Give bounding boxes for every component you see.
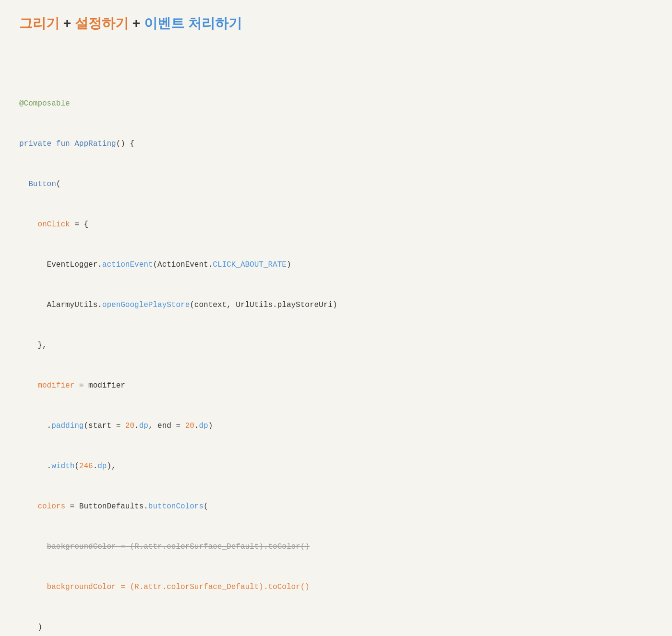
title-plus1: + <box>60 16 75 31</box>
code-line-annotation: @Composable <box>19 97 653 110</box>
code-line-alarmyutils: AlarmyUtils.openGooglePlayStore(context,… <box>19 298 653 312</box>
code-line-button: Button( <box>19 177 653 191</box>
code-line-bg-deleted: backgroundColor = (R.attr.colorSurface_D… <box>19 540 653 554</box>
code-line-onclick-open: onClick = { <box>19 218 653 231</box>
title-draw: 그리기 <box>19 16 60 31</box>
title-set: 설정하기 <box>75 16 129 31</box>
code-line-colors: colors = ButtonDefaults.buttonColors( <box>19 500 653 513</box>
code-line-fun: private fun AppRating() { <box>19 137 653 151</box>
code-line-paren-close: ) <box>19 621 653 634</box>
code-line-width: .width(246.dp), <box>19 459 653 473</box>
code-line-padding: .padding(start = 20.dp, end = 20.dp) <box>19 419 653 433</box>
page-container: 그리기 + 설정하기 + 이벤트 처리하기 @Composable privat… <box>0 0 672 636</box>
title-event: 이벤트 처리하기 <box>144 16 242 31</box>
code-line-bg-added: backgroundColor = (R.attr.colorSurface_D… <box>19 580 653 594</box>
code-block: @Composable private fun AppRating() { Bu… <box>19 52 653 636</box>
code-line-onclick-close: }, <box>19 339 653 352</box>
code-line-modifier: modifier = modifier <box>19 379 653 392</box>
code-line-eventlogger: EventLogger.actionEvent(ActionEvent.CLIC… <box>19 258 653 271</box>
title-plus2: + <box>129 16 144 31</box>
page-title: 그리기 + 설정하기 + 이벤트 처리하기 <box>19 14 653 33</box>
